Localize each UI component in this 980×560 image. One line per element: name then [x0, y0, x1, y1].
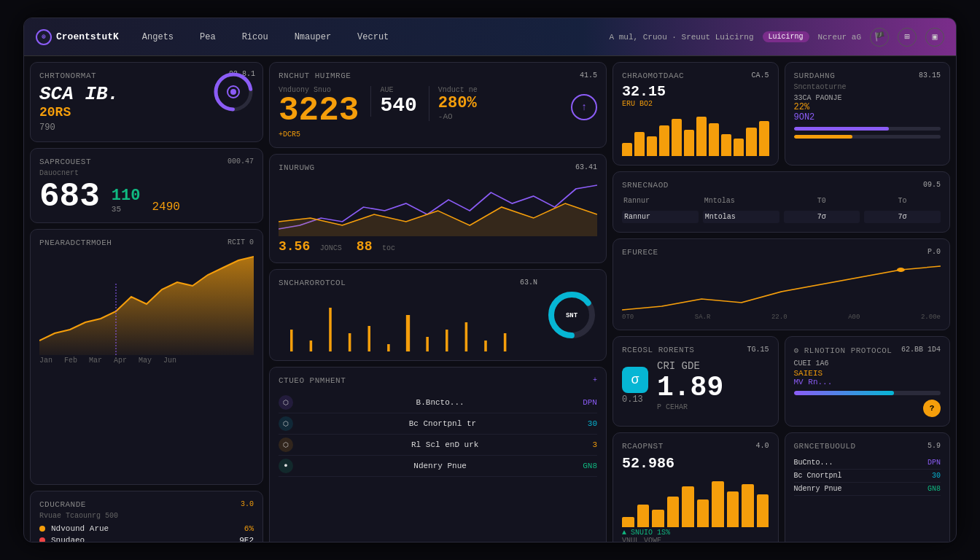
user-icon[interactable]: ▣ — [925, 28, 944, 47]
cducrande-item2: Snudaeo 9E2 — [39, 536, 254, 542]
surdahng-line3: 9ON2 — [794, 112, 941, 122]
snchar-title: Sncharorotcol — [279, 279, 346, 287]
rlnotion-val1: SAIEIS — [794, 369, 941, 378]
surdahng-title: Surdahng — [794, 71, 836, 80]
dot-orange — [39, 526, 45, 532]
saprcouest-main: 683 — [39, 180, 100, 214]
card-surdahng: Surdahng 83.15 Sncntaoturne 33CA PAONJE … — [785, 62, 951, 166]
ctueo-item-label-0: B.Bncto... — [416, 398, 464, 407]
rlnotion-badge: 62.BB 1D4 — [901, 346, 941, 358]
progress-0 — [794, 127, 941, 131]
saprcouest-title: Saprcouest — [39, 158, 91, 166]
card-chraomotdaac: Chraomotdaac CA.5 32.15 ERU BO2 — [612, 62, 779, 166]
grncet-row-2: Ndenry Pnue GN8 — [794, 483, 941, 496]
grncet-label-0: BuCnto... — [794, 459, 833, 467]
saprcouest-val2: 110 — [112, 187, 141, 205]
nav-pea[interactable]: Pea — [194, 29, 222, 45]
nav-angets[interactable]: Angets — [136, 29, 179, 45]
cducrande-item1-val: 6% — [244, 524, 254, 533]
progress-fill-1 — [794, 135, 853, 139]
rnchut-title: Rnchut Huimrge — [279, 71, 351, 80]
bar-2 — [647, 136, 657, 156]
area-badge: RCIT 0 — [228, 238, 254, 250]
inuruwg-val2-label: toc — [382, 244, 395, 252]
rlnotion-val2: MV Rn... — [794, 378, 941, 386]
rlnotion-action-btn[interactable]: ? — [923, 400, 941, 417]
bar-3 — [659, 125, 669, 156]
rcaopnst-bottom: VNUL VQWE — [622, 537, 769, 542]
cducrande-item2-label: Snudaeo — [51, 536, 85, 542]
bar-6 — [696, 117, 707, 156]
rnchut-top: Vnduony Snuo 3223 AUE 540 Vnduct ne 280%… — [279, 86, 597, 128]
efurece-chart — [622, 262, 941, 314]
inuruwg-val1: 3.56 — [279, 239, 310, 254]
chrtonormat-value: SCA IB. — [39, 83, 119, 105]
grncetbuould-title: Grncetbuould — [794, 442, 856, 451]
inuruwg-title: Inuruwg — [279, 163, 315, 172]
grncet-row-0: BuCnto... DPN — [794, 456, 941, 470]
ctueo-item-icon-2: ⬡ — [279, 438, 293, 452]
ctueo-item-val-3: GN8 — [583, 462, 597, 470]
ctueo-item-icon-0: ⬡ — [279, 395, 293, 410]
nav-nmauper[interactable]: Nmauper — [289, 29, 337, 45]
svg-marker-6 — [279, 203, 597, 236]
card-saprcouest: Saprcouest Dauocnert 000.47 683 110 35 2… — [30, 148, 263, 223]
bar-10 — [746, 128, 756, 156]
line-vals: 3.56 JONCS 88 toc — [279, 239, 597, 254]
rlnotion-title: ⚙ Rlnotion Protocol — [794, 346, 892, 355]
chraomotdaac-sub: ERU BO2 — [622, 100, 769, 108]
ctueo-item-3: ● Ndenry Pnue GN8 — [279, 456, 597, 477]
card-chrtonormat: Chrtonormat 02.8.1 SCA IB. 20RS 790 — [30, 62, 263, 142]
card-efurece: Efurece P.0 0T0SA.R22.0A002.00e — [612, 238, 950, 330]
inuruwg-val1-label: JONCS — [320, 244, 342, 252]
bar-8 — [721, 134, 731, 156]
ctueo-item-0: ⬡ B.Bncto... DPN — [279, 392, 597, 413]
nav-vecrut[interactable]: Vecrut — [351, 29, 394, 45]
right-top-row: Chraomotdaac CA.5 32.15 ERU BO2 — [612, 62, 950, 166]
rcbar-4 — [682, 486, 694, 527]
ctueo-more[interactable]: + — [593, 376, 597, 388]
rnchut-extra: +DCR5 — [279, 131, 597, 139]
protocol-fill — [794, 391, 894, 395]
rnchut-main: 3223 — [279, 94, 359, 128]
nav-right: A mul, Cruou · Sreuut Luicirng Luicirng … — [610, 28, 944, 47]
rceosl-right-label: P CEHAR — [657, 403, 723, 411]
rceosl-main-label: CRI GDE — [657, 360, 723, 372]
inuruwg-val2: 88 — [357, 239, 373, 254]
ctueo-item-1: ⬡ Bc Cnortpnl tr 30 — [279, 413, 597, 435]
card-inuruwg: Inuruwg 63.41 3.56 JONCS 88 — [269, 154, 607, 263]
cducrande-title: Cducrande — [39, 500, 86, 509]
chrtonormat-sub: 20RS — [39, 105, 119, 120]
nav-right-text: A mul, Cruou · Sreuut Luicirng — [610, 33, 754, 42]
nav-badge: Luicirng — [763, 31, 809, 42]
flag-icon[interactable]: 🏴 — [870, 28, 889, 47]
cducrande-item2-val: 9E2 — [239, 536, 254, 542]
surdahng-line1: 33CA PAONJE — [794, 94, 941, 102]
srnecnaod-title: Srnecnaod — [622, 181, 669, 190]
grid-icon[interactable]: ⊞ — [898, 28, 917, 47]
nav-ricou[interactable]: Ricou — [236, 29, 274, 45]
ctueo-item-val-1: 30 — [588, 419, 597, 428]
svg-text:SNT: SNT — [566, 312, 578, 319]
bar-1 — [634, 132, 645, 156]
cducrande-badge: 3.0 — [241, 500, 254, 512]
efurece-labels: 0T0SA.R22.0A002.00e — [622, 314, 941, 321]
rcbar-0 — [622, 517, 634, 527]
rceosl-icon-sym: σ — [622, 367, 648, 393]
svg-point-3 — [230, 89, 236, 95]
rcaopnst-val: 52.986 — [622, 455, 769, 472]
mid-column: Rnchut Huimrge 41.5 Vnduony Snuo 3223 AU… — [269, 62, 607, 542]
line-chart-svg — [279, 178, 597, 236]
right-bottom-row: Rceosl Rorents TG.15 σ 0.13 CRI GDE 1.89 — [612, 336, 950, 427]
grncet-val-0: DPN — [928, 459, 941, 467]
cducrande-sub: Rvuae Tcaounrg 500 — [39, 512, 254, 520]
rcbar-3 — [667, 497, 680, 527]
grncet-label-2: Ndenry Pnue — [794, 485, 842, 493]
rcbar-9 — [757, 494, 769, 528]
area-title: Pnearadctrmoeh — [39, 238, 112, 247]
chraomotdaac-badge: CA.5 — [751, 71, 769, 83]
ctueo-item-2: ⬡ Rl Scl enD urk 3 — [279, 435, 597, 456]
gauge-container — [211, 70, 255, 114]
srnecnaod-row0-col1: Mntolas — [703, 211, 779, 223]
surdahng-subtitle: Sncntaoturne — [794, 83, 941, 91]
